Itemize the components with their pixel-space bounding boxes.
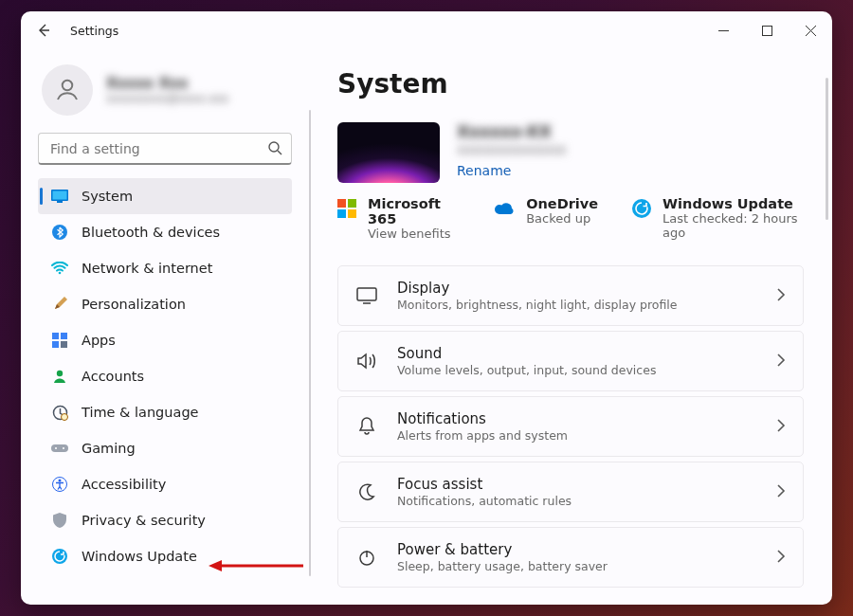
svg-rect-26 bbox=[357, 288, 376, 300]
chevron-right-icon bbox=[777, 353, 786, 371]
windows-update-icon bbox=[51, 548, 68, 565]
svg-rect-0 bbox=[762, 26, 771, 35]
app-title: Settings bbox=[70, 24, 118, 38]
accounts-icon bbox=[51, 368, 68, 385]
card-sound[interactable]: SoundVolume levels, output, input, sound… bbox=[337, 331, 804, 391]
svg-point-19 bbox=[59, 480, 62, 482]
sidebar-item-label: Privacy & security bbox=[82, 513, 206, 528]
wifi-icon bbox=[51, 260, 68, 277]
sidebar-item-windows-update[interactable]: Windows Update bbox=[38, 538, 292, 574]
display-icon bbox=[355, 284, 378, 307]
user-name: Xxxxx Xxx bbox=[106, 75, 228, 92]
card-sub: Notifications, automatic rules bbox=[397, 494, 758, 508]
search-input[interactable] bbox=[38, 133, 292, 165]
sidebar: Xxxxx Xxx xxxxxxxxx@xxxx.xxx System Blue… bbox=[21, 49, 305, 605]
minimize-button[interactable] bbox=[701, 15, 745, 45]
arrow-left-icon bbox=[36, 23, 51, 38]
system-icon bbox=[51, 188, 68, 205]
status-windows-update[interactable]: Windows UpdateLast checked: 2 hours ago bbox=[632, 196, 804, 241]
card-sub: Sleep, battery usage, battery saver bbox=[397, 559, 758, 573]
chevron-right-icon bbox=[777, 418, 786, 436]
status-microsoft-365[interactable]: Microsoft 365View benefits bbox=[337, 196, 460, 241]
apps-icon bbox=[51, 332, 68, 349]
svg-rect-8 bbox=[52, 333, 59, 339]
page-title: System bbox=[337, 68, 804, 100]
device-model: XXXXXXXXXXXXX bbox=[457, 143, 567, 157]
rename-link[interactable]: Rename bbox=[457, 163, 511, 178]
sidebar-item-label: Apps bbox=[82, 333, 116, 348]
svg-rect-15 bbox=[51, 444, 68, 452]
svg-point-1 bbox=[63, 81, 73, 91]
minimize-icon bbox=[718, 26, 729, 36]
sidebar-item-label: Windows Update bbox=[82, 549, 197, 564]
status-sub: Last checked: 2 hours ago bbox=[662, 211, 804, 240]
close-icon bbox=[806, 26, 816, 36]
search-icon bbox=[267, 140, 282, 159]
card-title: Notifications bbox=[397, 410, 758, 427]
status-title: OneDrive bbox=[526, 196, 598, 211]
svg-rect-23 bbox=[337, 209, 346, 218]
close-button[interactable] bbox=[789, 15, 832, 45]
status-sub: View benefits bbox=[368, 226, 460, 241]
card-sub: Volume levels, output, input, sound devi… bbox=[397, 363, 758, 377]
bluetooth-icon bbox=[51, 224, 68, 241]
svg-rect-24 bbox=[348, 209, 356, 218]
sidebar-item-personalization[interactable]: Personalization bbox=[38, 286, 292, 322]
svg-point-12 bbox=[57, 371, 63, 376]
sidebar-item-accessibility[interactable]: Accessibility bbox=[38, 466, 292, 502]
main-content: System Xxxxxx-XX XXXXXXXXXXXXX Rename Mi… bbox=[311, 49, 832, 605]
card-title: Display bbox=[397, 280, 758, 297]
shield-icon bbox=[51, 512, 68, 529]
search-box bbox=[38, 133, 292, 165]
sidebar-item-apps[interactable]: Apps bbox=[38, 322, 292, 358]
sidebar-item-accounts[interactable]: Accounts bbox=[38, 358, 292, 394]
sidebar-item-label: Gaming bbox=[82, 441, 136, 456]
card-power-battery[interactable]: Power & batterySleep, battery usage, bat… bbox=[337, 527, 804, 588]
svg-point-25 bbox=[632, 199, 651, 218]
sidebar-item-label: Time & language bbox=[82, 405, 199, 420]
sidebar-item-network[interactable]: Network & internet bbox=[38, 250, 292, 286]
status-onedrive[interactable]: OneDriveBacked up bbox=[494, 196, 598, 241]
device-name: Xxxxxx-XX bbox=[457, 122, 567, 141]
card-notifications[interactable]: NotificationsAlerts from apps and system bbox=[337, 396, 804, 457]
svg-point-14 bbox=[61, 413, 67, 420]
maximize-button[interactable] bbox=[745, 15, 789, 45]
moon-icon bbox=[355, 480, 378, 503]
sidebar-item-bluetooth[interactable]: Bluetooth & devices bbox=[38, 214, 292, 250]
user-email: xxxxxxxxx@xxxx.xxx bbox=[106, 92, 228, 105]
back-button[interactable] bbox=[30, 17, 57, 44]
sidebar-item-label: Network & internet bbox=[82, 261, 212, 276]
svg-point-2 bbox=[269, 142, 279, 152]
user-account-row[interactable]: Xxxxx Xxx xxxxxxxxx@xxxx.xxx bbox=[38, 64, 292, 116]
sidebar-item-system[interactable]: System bbox=[38, 178, 292, 214]
maximize-icon bbox=[762, 26, 772, 36]
sidebar-item-label: Accounts bbox=[82, 369, 144, 384]
svg-point-16 bbox=[55, 447, 57, 449]
card-focus-assist[interactable]: Focus assistNotifications, automatic rul… bbox=[337, 462, 804, 522]
clock-globe-icon bbox=[51, 404, 68, 421]
settings-cards: DisplayMonitors, brightness, night light… bbox=[337, 265, 804, 597]
paintbrush-icon bbox=[51, 296, 68, 313]
svg-rect-9 bbox=[61, 333, 67, 339]
device-hero: Xxxxxx-XX XXXXXXXXXXXXX Rename bbox=[337, 122, 804, 183]
card-display[interactable]: DisplayMonitors, brightness, night light… bbox=[337, 265, 804, 326]
card-title: Power & battery bbox=[397, 541, 758, 558]
sidebar-item-privacy[interactable]: Privacy & security bbox=[38, 502, 292, 538]
status-title: Windows Update bbox=[662, 196, 804, 211]
settings-window: Settings Xxxxx Xxx xxxxxxxxx@xxxx.xxx bbox=[21, 11, 832, 605]
card-title: Sound bbox=[397, 345, 758, 362]
sidebar-item-label: Personalization bbox=[82, 297, 186, 312]
avatar bbox=[42, 64, 93, 116]
svg-rect-22 bbox=[348, 199, 356, 208]
desktop-wallpaper-thumb[interactable] bbox=[337, 122, 440, 183]
accessibility-icon bbox=[51, 476, 68, 493]
sidebar-item-time-language[interactable]: Time & language bbox=[38, 394, 292, 430]
sidebar-item-label: System bbox=[82, 189, 133, 204]
sidebar-item-gaming[interactable]: Gaming bbox=[38, 430, 292, 466]
sidebar-item-label: Accessibility bbox=[82, 477, 166, 492]
update-sync-icon bbox=[632, 198, 651, 219]
svg-rect-10 bbox=[52, 341, 59, 348]
card-sub: Monitors, brightness, night light, displ… bbox=[397, 298, 758, 312]
svg-point-7 bbox=[59, 272, 62, 275]
svg-rect-21 bbox=[337, 199, 346, 208]
